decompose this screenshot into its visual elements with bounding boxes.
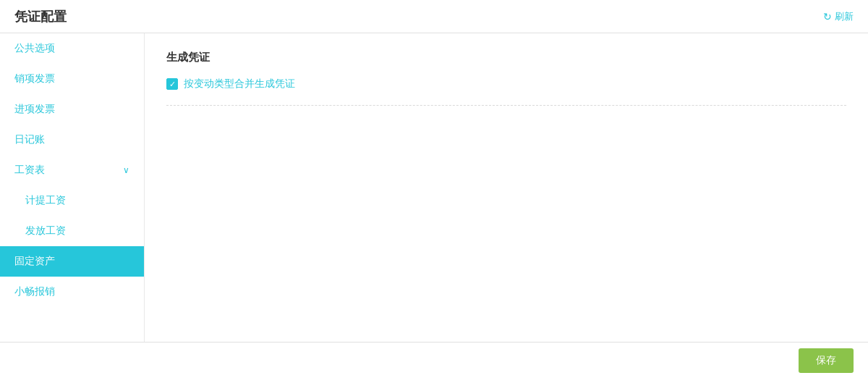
sidebar: 公共选项销项发票进项发票日记账工资表∨计提工资发放工资固定资产小畅报销 — [0, 33, 145, 342]
sidebar-item-sales-invoice[interactable]: 销项发票 — [0, 64, 144, 94]
sidebar-item-label: 固定资产 — [14, 255, 55, 268]
sidebar-item-label: 进项发票 — [14, 103, 55, 116]
sidebar-item-public[interactable]: 公共选项 — [0, 33, 144, 64]
save-button[interactable]: 保存 — [799, 348, 854, 373]
merge-by-type-label: 按变动类型合并生成凭证 — [184, 77, 295, 91]
page-title: 凭证配置 — [14, 8, 67, 25]
refresh-button[interactable]: ↻ 刷新 — [823, 10, 854, 23]
main-layout: 公共选项销项发票进项发票日记账工资表∨计提工资发放工资固定资产小畅报销 生成凭证… — [0, 33, 868, 342]
sidebar-item-purchase-invoice[interactable]: 进项发票 — [0, 94, 144, 125]
section-title: 生成凭证 — [166, 51, 846, 64]
checkbox-row: 按变动类型合并生成凭证 — [166, 77, 846, 91]
sidebar-item-journal[interactable]: 日记账 — [0, 125, 144, 155]
sidebar-item-fixed-assets[interactable]: 固定资产 — [0, 246, 144, 277]
chevron-down-icon: ∨ — [123, 165, 129, 175]
sidebar-item-label: 日记账 — [14, 133, 45, 146]
sidebar-item-label: 小畅报销 — [14, 285, 55, 298]
footer: 保存 — [0, 342, 868, 378]
header: 凭证配置 ↻ 刷新 — [0, 0, 868, 33]
sidebar-item-payroll[interactable]: 工资表∨ — [0, 155, 144, 185]
content-area: 生成凭证 按变动类型合并生成凭证 — [145, 33, 868, 342]
sidebar-item-label: 工资表 — [14, 164, 45, 177]
merge-by-type-checkbox[interactable] — [166, 78, 178, 90]
sidebar-item-label: 发放工资 — [25, 224, 66, 238]
sidebar-item-expense-report[interactable]: 小畅报销 — [0, 277, 144, 307]
sidebar-item-label: 销项发票 — [14, 72, 55, 85]
sidebar-item-label: 公共选项 — [14, 42, 55, 55]
content-divider — [166, 105, 846, 106]
refresh-label: 刷新 — [835, 10, 854, 23]
sidebar-item-accrual-salary[interactable]: 计提工资 — [0, 185, 144, 216]
sidebar-item-label: 计提工资 — [25, 194, 66, 207]
sidebar-item-pay-salary[interactable]: 发放工资 — [0, 216, 144, 246]
refresh-icon: ↻ — [823, 11, 832, 22]
